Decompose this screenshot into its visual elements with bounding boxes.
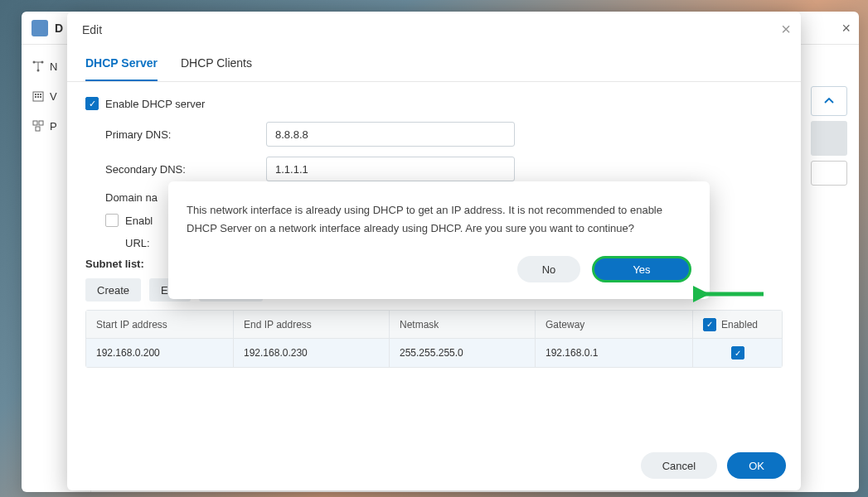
enable-tftp-label: Enabl — [125, 215, 153, 227]
network-icon — [32, 60, 45, 73]
col-start-ip: Start IP address — [86, 311, 234, 338]
cell-netmask: 255.255.255.0 — [390, 339, 536, 367]
cell-end-ip: 192.168.0.230 — [234, 339, 390, 367]
col-gateway: Gateway — [536, 311, 693, 338]
app-title: D — [55, 22, 63, 35]
secondary-dns-input[interactable] — [266, 157, 515, 181]
svg-rect-4 — [35, 94, 36, 95]
col-enabled-label: Enabled — [721, 319, 758, 331]
grey-panel — [811, 121, 847, 156]
sidebar-item-label: V — [50, 90, 57, 103]
ok-button[interactable]: OK — [727, 452, 786, 479]
table-row[interactable]: 192.168.0.200 192.168.0.230 255.255.255.… — [86, 339, 782, 367]
yes-button[interactable]: Yes — [592, 256, 691, 282]
secondary-dns-label: Secondary DNS: — [105, 163, 266, 176]
pxe-icon — [32, 119, 45, 133]
table-header: Start IP address End IP address Netmask … — [86, 311, 782, 339]
cell-gateway: 192.168.0.1 — [536, 339, 693, 367]
sidebar-item-label: N — [50, 60, 57, 73]
svg-rect-11 — [39, 121, 43, 125]
primary-dns-input[interactable] — [266, 122, 515, 147]
svg-rect-5 — [37, 94, 39, 95]
right-panel — [811, 86, 847, 186]
building-icon — [32, 89, 45, 103]
cell-enabled: ✓ — [693, 339, 782, 367]
enable-tftp-checkbox[interactable] — [105, 214, 119, 227]
app-icon — [32, 20, 48, 36]
white-panel — [811, 161, 847, 186]
chevron-up-icon[interactable] — [811, 86, 847, 116]
svg-rect-12 — [36, 127, 40, 131]
svg-rect-9 — [40, 96, 41, 98]
sidebar-item-label: P — [50, 120, 57, 133]
col-enabled: ✓ Enabled — [693, 311, 782, 338]
close-icon[interactable]: × — [781, 20, 791, 39]
create-button[interactable]: Create — [85, 278, 141, 302]
enable-dhcp-label: Enable DHCP server — [105, 98, 205, 110]
svg-rect-8 — [37, 96, 39, 98]
col-netmask: Netmask — [390, 311, 536, 338]
confirm-dialog: This network interface is already using … — [168, 181, 710, 299]
tab-bar: DHCP Server DHCP Clients — [67, 48, 801, 82]
enable-dhcp-checkbox[interactable]: ✓ — [85, 97, 99, 110]
tab-dhcp-clients[interactable]: DHCP Clients — [181, 48, 252, 81]
enabled-header-checkbox[interactable]: ✓ — [703, 318, 716, 331]
no-button[interactable]: No — [517, 256, 580, 282]
svg-rect-7 — [35, 96, 36, 98]
cell-start-ip: 192.168.0.200 — [86, 339, 234, 367]
svg-rect-10 — [33, 121, 37, 125]
row-enabled-checkbox[interactable]: ✓ — [731, 346, 744, 359]
cancel-button[interactable]: Cancel — [641, 452, 717, 479]
confirm-message: This network interface is already using … — [187, 201, 691, 238]
app-close-icon[interactable]: × — [841, 20, 851, 37]
primary-dns-label: Primary DNS: — [105, 128, 266, 141]
subnet-table: Start IP address End IP address Netmask … — [85, 310, 783, 368]
svg-rect-6 — [40, 94, 41, 95]
modal-title: Edit — [82, 23, 102, 36]
tab-dhcp-server[interactable]: DHCP Server — [85, 48, 158, 81]
col-end-ip: End IP address — [234, 311, 390, 338]
